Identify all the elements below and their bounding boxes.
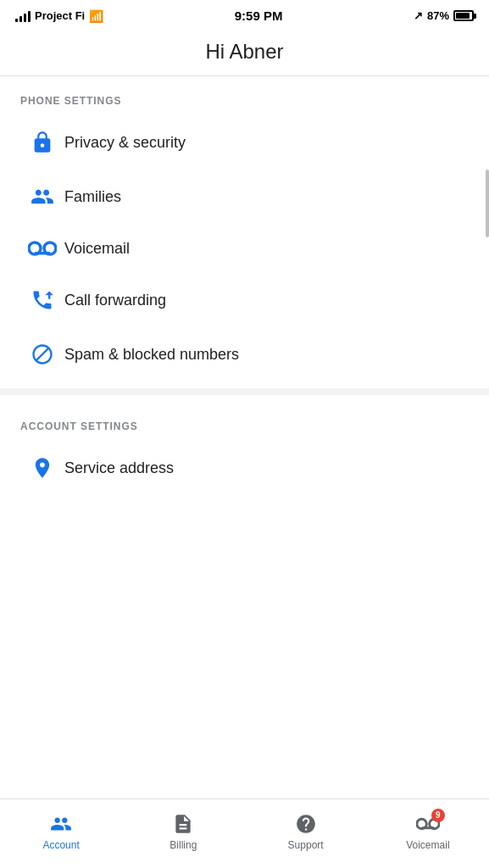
page-title: Hi Abner — [17, 40, 472, 64]
families-icon — [20, 185, 64, 209]
menu-item-spam[interactable]: Spam & blocked numbers — [0, 327, 489, 381]
service-address-icon — [20, 456, 64, 480]
menu-item-families[interactable]: Families — [0, 170, 489, 224]
voicemail-badge: 9 — [431, 809, 445, 822]
nav-item-account[interactable]: Account — [0, 799, 122, 868]
nav-item-billing[interactable]: Billing — [122, 799, 244, 868]
wifi-icon: 📶 — [89, 9, 103, 23]
support-nav-icon — [294, 812, 318, 836]
location-icon: ↗ — [414, 9, 423, 22]
support-nav-label: Support — [288, 839, 324, 851]
voicemail-label: Voicemail — [64, 240, 130, 258]
billing-nav-label: Billing — [169, 839, 197, 851]
nav-item-voicemail-nav[interactable]: 9 Voicemail — [367, 799, 489, 868]
menu-item-privacy[interactable]: Privacy & security — [0, 115, 489, 170]
privacy-icon — [20, 131, 64, 154]
account-settings-header: ACCOUNT SETTINGS — [0, 402, 489, 441]
call-forwarding-icon — [20, 288, 64, 312]
battery-pct: 87% — [427, 9, 449, 22]
status-right: ↗ 87% — [414, 9, 474, 22]
spam-icon — [20, 342, 64, 366]
svg-rect-2 — [35, 252, 50, 255]
status-time: 9:59 PM — [235, 8, 283, 23]
menu-item-call-forwarding[interactable]: Call forwarding — [0, 273, 489, 327]
voicemail-icon — [20, 239, 64, 258]
account-nav-icon — [49, 812, 73, 836]
content-area: PHONE SETTINGS Privacy & security Famili… — [0, 76, 489, 495]
spam-label: Spam & blocked numbers — [64, 346, 239, 364]
battery-icon — [453, 10, 474, 21]
privacy-label: Privacy & security — [64, 134, 186, 152]
account-nav-label: Account — [42, 839, 79, 851]
menu-item-voicemail[interactable]: Voicemail — [0, 224, 489, 273]
section-divider — [0, 388, 489, 395]
voicemail-nav-icon: 9 — [416, 812, 440, 836]
svg-rect-5 — [421, 826, 434, 829]
scrollbar[interactable] — [486, 170, 489, 237]
service-address-label: Service address — [64, 459, 174, 477]
signal-icon — [15, 10, 31, 22]
voicemail-nav-label: Voicemail — [406, 839, 449, 851]
carrier-label: Project Fi — [35, 9, 85, 22]
status-left: Project Fi 📶 — [15, 9, 103, 23]
phone-settings-header: PHONE SETTINGS — [0, 76, 489, 115]
page-header: Hi Abner — [0, 28, 489, 76]
bottom-nav: Account Billing Support 9 Voicemail — [0, 798, 489, 868]
families-label: Families — [64, 188, 121, 206]
billing-nav-icon — [171, 812, 195, 836]
nav-item-support[interactable]: Support — [245, 799, 367, 868]
call-forwarding-label: Call forwarding — [64, 292, 166, 309]
status-bar: Project Fi 📶 9:59 PM ↗ 87% — [0, 0, 489, 28]
menu-item-service-address[interactable]: Service address — [0, 441, 489, 495]
